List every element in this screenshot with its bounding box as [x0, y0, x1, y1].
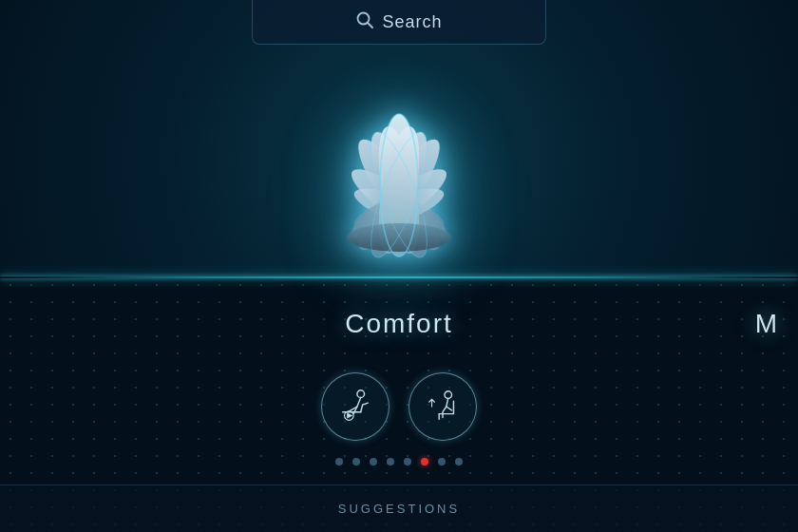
svg-point-0	[358, 13, 370, 25]
recline-seat-button[interactable]	[321, 372, 390, 441]
search-bar[interactable]: Search	[252, 0, 546, 45]
pagination-dot-1[interactable]	[335, 458, 343, 466]
pagination-dot-4[interactable]	[387, 458, 394, 466]
pagination-dot-5[interactable]	[404, 458, 411, 466]
suggestions-label: SUGGESTIONS	[338, 502, 460, 516]
seat-position-icon	[423, 387, 463, 427]
recline-seat-icon	[335, 387, 375, 427]
pagination-dot-6-active[interactable]	[421, 458, 428, 466]
search-icon	[355, 10, 374, 33]
comfort-label: Comfort	[345, 309, 453, 339]
svg-marker-19	[348, 414, 352, 418]
pagination-dot-7[interactable]	[438, 458, 446, 466]
search-label: Search	[382, 12, 442, 32]
svg-point-20	[445, 391, 452, 399]
icon-buttons-container	[321, 372, 477, 441]
svg-point-13	[347, 223, 451, 252]
lotus-icon	[290, 90, 508, 280]
suggestions-bar: SUGGESTIONS	[0, 484, 798, 532]
pagination-dot-3[interactable]	[370, 458, 377, 466]
lotus-container	[256, 43, 542, 328]
seat-position-button[interactable]	[408, 372, 477, 441]
pagination-dot-8[interactable]	[455, 458, 463, 466]
svg-point-17	[357, 390, 365, 398]
svg-line-1	[369, 24, 373, 28]
m-label: M	[755, 309, 779, 339]
pagination-dot-2[interactable]	[352, 458, 360, 466]
pagination-dots	[335, 458, 463, 466]
main-screen: Search	[0, 0, 798, 532]
